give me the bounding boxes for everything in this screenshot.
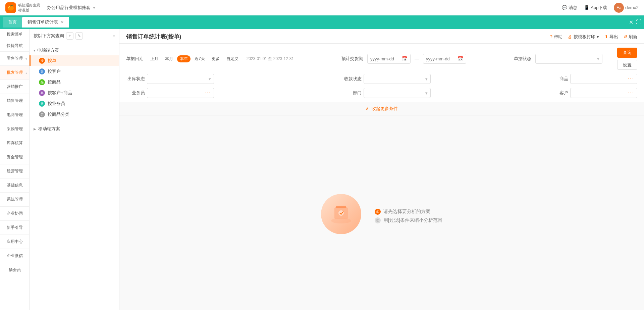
main-area: 搜索菜单 快捷导航 零售管理 ▾ 批发管理 ▴ 营销推广 销售管理 电商管理 xyxy=(0,29,644,310)
print-icon: 🖨 xyxy=(568,34,572,39)
product-label: 商品 xyxy=(559,76,568,82)
sidebar-item-wechat[interactable]: 企业微信 xyxy=(0,249,29,263)
refresh-action[interactable]: ↺ 刷新 xyxy=(624,34,637,40)
message-item[interactable]: 💬 消息 xyxy=(562,5,577,11)
sidebar-item-basic-label: 基础信息 xyxy=(7,183,23,188)
customer-more-icon[interactable]: ··· xyxy=(628,90,634,96)
export-action[interactable]: ⬆ 导出 xyxy=(604,34,618,40)
tab-home-label: 首页 xyxy=(8,19,17,25)
calendar-end-icon[interactable]: 📅 xyxy=(458,56,463,61)
sidebar-item-wholesale[interactable]: 批发管理 ▴ xyxy=(0,66,29,80)
scheme-item-by-category-label: 按商品分类 xyxy=(48,111,69,117)
sidebar-item-sales-label: 销售管理 xyxy=(7,98,23,104)
tab-sales-order-stat[interactable]: 销售订单统计表 ✕ xyxy=(22,17,69,28)
page-actions: ? 帮助 🖨 按模板打印 ▾ ⬆ 导出 ↺ xyxy=(550,34,637,40)
scheme-item-by-customer-product-label: 按客户+商品 xyxy=(48,90,72,96)
scheme-item-by-order-icon: 按 xyxy=(39,58,45,64)
filter-row-1: 单据日期 上月 本月 本年 近7天 更多 自定义 2023-01-01 至 20… xyxy=(126,48,637,70)
scheme-collapse-button[interactable]: « xyxy=(113,34,115,39)
sidebar-item-marketing[interactable]: 营销推广 xyxy=(0,80,29,94)
logo-icon: 🍊 xyxy=(5,2,16,13)
query-button[interactable]: 查询 xyxy=(617,48,637,58)
date-tab-last-month[interactable]: 上月 xyxy=(148,55,161,62)
scheme-item-by-salesperson[interactable]: 务 按业务员 xyxy=(30,98,119,109)
scheme-item-by-product[interactable]: 品 按商品 xyxy=(30,77,119,88)
export-icon: ⬆ xyxy=(604,34,608,39)
setting-button[interactable]: 设置 xyxy=(617,60,637,70)
delivery-status-select[interactable]: ▾ xyxy=(147,74,214,84)
product-field[interactable]: ··· xyxy=(570,74,637,84)
date-start-input[interactable] xyxy=(370,56,400,61)
tab-maximize-icon[interactable]: ⛶ xyxy=(636,19,641,25)
tab-minimize-icon[interactable]: ✕ xyxy=(629,19,633,25)
filter-row-3: 业务员 ··· 部门 ▾ xyxy=(126,88,637,98)
tab-close-icon[interactable]: ✕ xyxy=(61,20,64,24)
sidebar-item-system-label: 系统管理 xyxy=(7,197,23,202)
app-title-arrow: ▾ xyxy=(93,6,95,10)
help-action[interactable]: ? 帮助 xyxy=(550,34,562,40)
receipt-status-select[interactable]: ▾ xyxy=(364,74,431,84)
refresh-label: 刷新 xyxy=(629,34,637,40)
scheme-group-pc-label: 电脑端方案 xyxy=(37,47,59,53)
sidebar-item-enterprise-label: 企业协同 xyxy=(7,211,23,216)
customer-field[interactable]: ··· xyxy=(570,88,637,98)
download-item[interactable]: 📱 App下载 xyxy=(584,5,607,11)
sidebar-item-inventory[interactable]: 库存核算 xyxy=(0,136,29,150)
empty-tips: ① 请先选择要分析的方案 ② 用[过滤]条件来缩小分析范围 xyxy=(375,209,442,223)
sidebar-quick-nav[interactable]: 快捷导航 xyxy=(0,40,29,52)
sidebar-item-enterprise[interactable]: 企业协同 xyxy=(0,207,29,221)
scheme-item-by-customer-product-icon: 客 xyxy=(39,90,45,96)
top-bar-right: 💬 消息 📱 App下载 Ea demo2 xyxy=(562,3,639,13)
date-tab-last-7days[interactable]: 近7天 xyxy=(192,55,208,62)
date-tab-more[interactable]: 更多 xyxy=(209,55,222,62)
scheme-item-by-customer-label: 按客户 xyxy=(48,68,61,74)
sidebar-item-purchase[interactable]: 采购管理 xyxy=(0,122,29,136)
app-title: 办公用品行业模拟账套 ▾ xyxy=(47,5,95,11)
user-item[interactable]: Ea demo2 xyxy=(614,3,639,13)
sidebar-item-basic[interactable]: 基础信息 xyxy=(0,178,29,193)
sidebar-item-purchase-label: 采购管理 xyxy=(7,126,23,132)
sidebar-item-retail[interactable]: 零售管理 ▾ xyxy=(0,52,29,66)
sidebar-item-finance[interactable]: 资金管理 xyxy=(0,150,29,164)
department-select[interactable]: ▾ xyxy=(364,88,431,98)
sidebar-item-system[interactable]: 系统管理 xyxy=(0,193,29,207)
date-tab-this-month[interactable]: 本月 xyxy=(162,55,176,62)
empty-tip-1: ① 请先选择要分析的方案 xyxy=(375,209,442,215)
scheme-group-mobile-header[interactable]: ▶ 移动端方案 xyxy=(30,124,119,134)
scheme-add-button[interactable]: + xyxy=(66,32,73,40)
sidebar-search-menu[interactable]: 搜索菜单 xyxy=(0,29,29,40)
scheme-item-by-salesperson-label: 按业务员 xyxy=(48,101,65,107)
calendar-start-icon[interactable]: 📅 xyxy=(402,56,408,61)
tip-text-2: 用[过滤]条件来缩小分析范围 xyxy=(383,217,442,223)
sidebar-item-wechat-label: 企业微信 xyxy=(7,253,23,259)
scheme-group-pc-arrow: ▾ xyxy=(34,49,35,52)
salesperson-more-icon[interactable]: ··· xyxy=(205,90,211,96)
product-more-icon[interactable]: ··· xyxy=(628,76,634,82)
department-label: 部门 xyxy=(343,90,362,96)
scheme-item-by-category[interactable]: 类 按商品分类 xyxy=(30,109,119,120)
collapse-bar[interactable]: ∧ 收起更多条件 xyxy=(119,102,644,115)
sidebar-item-sales[interactable]: 销售管理 xyxy=(0,94,29,108)
scheme-item-by-customer-product[interactable]: 客 按客户+商品 xyxy=(30,88,119,98)
salesperson-field[interactable]: ··· xyxy=(147,88,214,98)
delivery-status-filter: 出库状态 ▾ xyxy=(126,74,214,84)
sidebar-item-newbie[interactable]: 新手引导 xyxy=(0,221,29,235)
tab-home[interactable]: 首页 xyxy=(3,17,22,28)
bill-status-label: 单据状态 xyxy=(514,56,531,62)
sidebar-item-appstore[interactable]: 应用中心 xyxy=(0,235,29,249)
bill-status-select[interactable]: ▾ xyxy=(535,54,602,64)
date-end-input[interactable] xyxy=(426,56,456,61)
scheme-edit-button[interactable]: ✎ xyxy=(75,32,83,40)
scheme-item-by-order[interactable]: 按 按单 xyxy=(30,55,119,66)
template-print-action[interactable]: 🖨 按模板打印 ▾ xyxy=(568,34,599,40)
logo-text: 畅捷通好生意 标准版 xyxy=(18,3,40,12)
date-tab-this-year[interactable]: 本年 xyxy=(177,55,191,62)
scheme-item-by-customer[interactable]: 客 按客户 xyxy=(30,66,119,77)
date-tab-custom[interactable]: 自定义 xyxy=(224,55,241,62)
sidebar-item-operation[interactable]: 经营管理 xyxy=(0,164,29,178)
query-btn-group: 查询 设置 xyxy=(617,48,637,70)
scheme-group-pc-header[interactable]: ▾ 电脑端方案 xyxy=(30,45,119,55)
collapse-icon: ∧ xyxy=(366,106,369,111)
sidebar-item-ecommerce[interactable]: 电商管理 xyxy=(0,108,29,122)
sidebar-item-member[interactable]: 畅会员 xyxy=(0,263,29,277)
